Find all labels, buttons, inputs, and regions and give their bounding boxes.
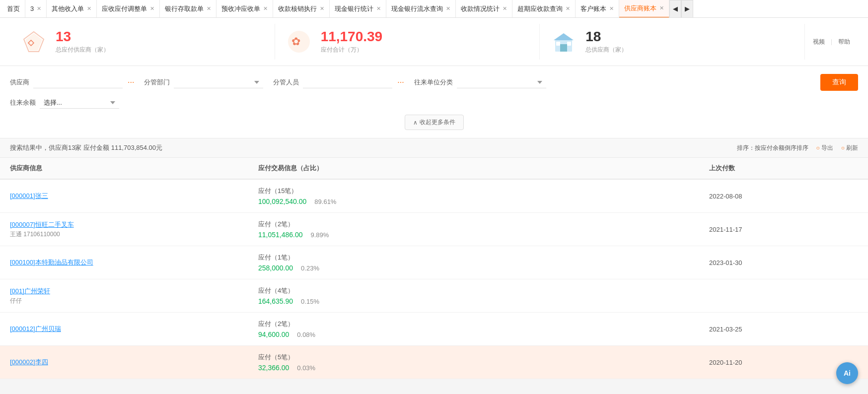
results-summary: 搜索结果中，供应商13家 应付金额 111,703,854.00元 — [10, 143, 162, 152]
nav-tab-cash-flow-query[interactable]: 现金银行流水查询 ✕ — [386, 0, 456, 18]
nav-tab-receipt-stat-label: 收款情况统计 — [461, 4, 500, 13]
nav-tab-receipt-verify[interactable]: 收款核销执行 ✕ — [273, 0, 330, 18]
nav-tab-customer-book-close[interactable]: ✕ — [609, 5, 614, 12]
nav-tab-overdue-ar-close[interactable]: ✕ — [566, 5, 570, 12]
nav-next-arrow[interactable]: ▶ — [681, 0, 693, 18]
person-input[interactable] — [303, 76, 392, 88]
nav-tab-cash-bank-stat-close[interactable]: ✕ — [376, 5, 381, 12]
nav-tab-supplier-book[interactable]: 供应商账本 ✕ — [619, 0, 669, 18]
stat-card-total-suppliers: 18 总供应商（家） — [540, 24, 805, 60]
nav-tab-receipt-stat[interactable]: 收款情况统计 ✕ — [456, 0, 512, 18]
header-stats-section: ◇ 13 总应付供应商（家） ✿ 11,170.39 应付合计（万） — [0, 18, 868, 66]
nav-tab-overdue-ar[interactable]: 超期应收款查询 ✕ — [512, 0, 576, 18]
nav-tab-bank-deposit-label: 银行存取款单 — [165, 4, 204, 13]
nav-tab-3[interactable]: 3 ✕ — [25, 0, 47, 18]
table-row: [000007]恒旺二手叉车 王通 17106110000 应付（2笔） 11,… — [0, 213, 868, 246]
category-label: 往来单位分类 — [414, 78, 453, 87]
department-select[interactable] — [174, 76, 263, 88]
nav-tab-bank-deposit[interactable]: 银行存取款单 ✕ — [160, 0, 217, 18]
transaction-label-000012: 应付（2笔） — [258, 320, 709, 328]
transaction-pct-000100: 0.23% — [301, 264, 319, 272]
nav-tab-3-close[interactable]: ✕ — [37, 5, 41, 12]
nav-tab-supplier-book-close[interactable]: ✕ — [659, 5, 664, 11]
store-icon — [550, 28, 578, 56]
last-payment-000002: 2020-11-20 — [709, 359, 858, 366]
supplier-label: 供应商 — [10, 78, 29, 87]
stat-info-payable-suppliers: 13 总应付供应商（家） — [56, 30, 109, 54]
total-suppliers-number: 18 — [585, 30, 627, 44]
search-row-1: 供应商 ··· 分管部门 分管人员 ··· 往来单位分类 查询 — [10, 74, 858, 91]
nav-tab-advance-ar[interactable]: 预收冲应收单 ✕ — [217, 0, 273, 18]
category-select[interactable] — [457, 76, 546, 88]
supplier-dots[interactable]: ··· — [128, 78, 134, 87]
supplier-link-000002[interactable]: [000002]李四 — [10, 358, 258, 367]
nav-tab-customer-book-label: 客户账本 — [580, 4, 606, 13]
stat-info-total-suppliers: 18 总供应商（家） — [585, 30, 627, 54]
nav-tab-receipt-verify-close[interactable]: ✕ — [320, 5, 324, 12]
transaction-amount-000012: 94,600.00 — [258, 330, 289, 338]
video-link[interactable]: 视频 — [813, 38, 825, 46]
export-button[interactable]: ○ 导出 — [816, 144, 833, 152]
help-link[interactable]: 帮助 — [838, 38, 850, 46]
query-button[interactable]: 查询 — [820, 74, 858, 91]
diamond-icon: ◇ — [20, 28, 48, 56]
supplier-link-001[interactable]: [001]广州荣轩 — [10, 287, 258, 296]
transaction-pct-000007: 9.89% — [311, 231, 329, 239]
nav-tab-advance-ar-label: 预收冲应收单 — [221, 4, 260, 13]
last-payment-000001: 2022-08-08 — [709, 193, 858, 200]
nav-tab-customer-book[interactable]: 客户账本 ✕ — [576, 0, 619, 18]
nav-tab-3-label: 3 — [30, 5, 34, 12]
supplier-link-000012[interactable]: [000012]广州贝瑞 — [10, 325, 258, 333]
refresh-label: 刷新 — [846, 144, 858, 152]
nav-tab-cash-bank-stat-label: 现金银行统计 — [335, 4, 373, 13]
nav-tab-overdue-ar-label: 超期应收款查询 — [517, 4, 563, 13]
nav-tab-cash-flow-query-close[interactable]: ✕ — [446, 5, 450, 12]
transaction-info-001: 应付（4笔） 164,635.90 0.15% — [258, 286, 709, 305]
divider-1: | — [831, 38, 832, 45]
sort-label[interactable]: 排序：按应付余额倒序排序 — [737, 144, 808, 152]
person-field: 分管人员 ··· — [273, 76, 404, 88]
balance-select[interactable]: 选择... — [40, 97, 119, 109]
table-row: [000001]张三 应付（15笔） 100,092,540.00 89.61%… — [0, 180, 868, 213]
supplier-link-000007[interactable]: [000007]恒旺二手叉车 — [10, 220, 258, 229]
refresh-button[interactable]: ○ 刷新 — [841, 144, 858, 152]
total-suppliers-label: 总供应商（家） — [585, 46, 627, 54]
supplier-link-000100[interactable]: [000100]本特勤油品有限公司 — [10, 258, 258, 267]
nav-tab-cash-bank-stat[interactable]: 现金银行统计 ✕ — [330, 0, 386, 18]
nav-tab-other-income-close[interactable]: ✕ — [87, 5, 91, 12]
last-payment-000012: 2021-03-25 — [709, 326, 858, 333]
svg-text:◇: ◇ — [27, 38, 35, 47]
col-header-transaction: 应付交易信息（占比） — [258, 164, 709, 173]
supplier-info-000002: [000002]李四 — [10, 358, 258, 367]
last-payment-000007: 2021-11-17 — [709, 226, 858, 233]
nav-tab-other-income[interactable]: 其他收入单 ✕ — [47, 0, 97, 18]
supplier-input[interactable] — [33, 76, 123, 88]
nav-tab-ar-ap-adjust[interactable]: 应收应付调整单 ✕ — [97, 0, 160, 18]
nav-tab-supplier-book-label: 供应商账本 — [624, 4, 656, 13]
last-payment-000100: 2023-01-30 — [709, 259, 858, 266]
balance-field: 往来余额 选择... — [10, 97, 119, 109]
collapse-button[interactable]: ∧ 收起更多条件 — [405, 115, 464, 130]
nav-prev-arrow[interactable]: ◀ — [669, 0, 681, 18]
export-label: 导出 — [821, 144, 833, 152]
nav-tab-receipt-stat-close[interactable]: ✕ — [503, 5, 507, 12]
nav-tab-ar-ap-adjust-close[interactable]: ✕ — [150, 5, 154, 12]
payable-amount-label: 应付合计（万） — [321, 46, 383, 54]
supplier-info-000100: [000100]本特勤油品有限公司 — [10, 258, 258, 267]
transaction-row-000012: 94,600.00 0.08% — [258, 330, 709, 338]
transaction-info-000100: 应付（1笔） 258,000.00 0.23% — [258, 253, 709, 272]
nav-tab-cash-flow-query-label: 现金银行流水查询 — [391, 4, 443, 13]
transaction-row-000007: 11,051,486.00 9.89% — [258, 231, 709, 239]
nav-tab-bank-deposit-close[interactable]: ✕ — [207, 5, 211, 12]
nav-tab-home-label: 首页 — [7, 4, 20, 13]
nav-tab-home[interactable]: 首页 — [2, 0, 25, 18]
table-row: [000002]李四 应付（5笔） 32,366.00 0.03% 2020-1… — [0, 346, 868, 379]
top-navigation: 首页 3 ✕ 其他收入单 ✕ 应收应付调整单 ✕ 银行存取款单 ✕ 预收冲应收单… — [0, 0, 868, 18]
supplier-link-000001[interactable]: [000001]张三 — [10, 192, 258, 200]
nav-tab-advance-ar-close[interactable]: ✕ — [263, 5, 268, 12]
person-dots[interactable]: ··· — [397, 78, 404, 87]
results-bar: 搜索结果中，供应商13家 应付金额 111,703,854.00元 排序：按应付… — [0, 138, 868, 158]
transaction-label-000002: 应付（5笔） — [258, 353, 709, 362]
svg-rect-8 — [556, 42, 560, 46]
transaction-row-000002: 32,366.00 0.03% — [258, 364, 709, 372]
